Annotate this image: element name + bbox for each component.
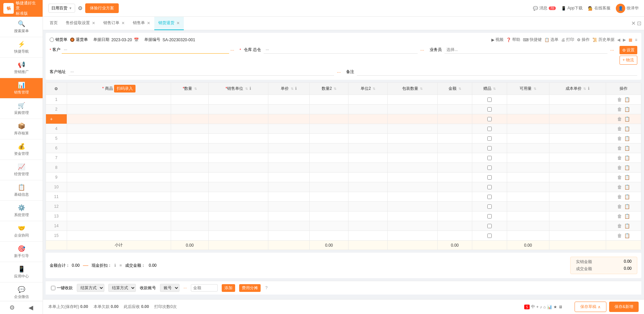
row-gift-cell[interactable] <box>472 134 507 143</box>
row-product-cell[interactable] <box>67 231 171 241</box>
row-product-cell[interactable] <box>67 182 171 192</box>
row-pack-cell[interactable] <box>387 182 437 192</box>
app-download-item[interactable]: 📱 App下载 <box>561 5 583 11</box>
row-qty-cell[interactable] <box>171 95 209 105</box>
row-amount-cell[interactable] <box>437 231 472 241</box>
gift-sort[interactable]: ⇅ <box>493 87 496 90</box>
warehouse-dots[interactable]: ··· <box>420 47 424 53</box>
row-price-cell[interactable] <box>268 95 310 105</box>
row-gift-cell[interactable] <box>472 173 507 182</box>
row-gift-cell[interactable] <box>472 114 507 124</box>
warehouse-input[interactable] <box>264 46 418 54</box>
row-unit-cell[interactable] <box>209 192 268 202</box>
tab-sales-delivery[interactable]: 销售单 ✕ <box>129 17 154 30</box>
row-pack-cell[interactable] <box>387 163 437 173</box>
toolbar-icon-music[interactable]: ♪ <box>540 305 542 309</box>
row-cost-cell[interactable] <box>549 124 606 134</box>
avail-sort[interactable]: ⇅ <box>534 87 536 90</box>
row-cost-cell[interactable] <box>549 153 606 163</box>
row-avail-cell[interactable] <box>507 163 549 173</box>
row-qty2-cell[interactable] <box>310 211 348 221</box>
pack-sort[interactable]: ⇅ <box>420 87 423 90</box>
row-price-cell[interactable] <box>268 182 310 192</box>
list-view-icon[interactable]: ≡ <box>635 38 637 42</box>
row-price-cell[interactable] <box>268 221 310 231</box>
row-unit-cell[interactable] <box>209 95 268 105</box>
row-gift-cell[interactable] <box>472 105 507 114</box>
gift-checkbox[interactable] <box>487 175 492 180</box>
row-amount-cell[interactable] <box>437 95 472 105</box>
gift-checkbox[interactable] <box>487 156 492 160</box>
calc-method-select[interactable]: 结算方式 <box>77 284 104 292</box>
row-cost-cell[interactable] <box>549 134 606 143</box>
row-gift-cell[interactable] <box>472 211 507 221</box>
row-pack-cell[interactable] <box>387 114 437 124</box>
tab-close-sales-delivery[interactable]: ✕ <box>147 21 150 25</box>
delete-row-btn[interactable]: 🗑 <box>616 145 623 151</box>
row-avail-cell[interactable] <box>507 95 549 105</box>
delete-row-btn[interactable]: 🗑 <box>616 203 623 210</box>
row-cost-cell[interactable] <box>549 192 606 202</box>
gift-checkbox[interactable] <box>487 214 492 218</box>
save-draft-btn[interactable]: 保存草稿 ∧ <box>575 302 606 312</box>
row-product-cell[interactable] <box>67 202 171 211</box>
salesperson-dots[interactable]: ··· <box>610 47 614 53</box>
row-qty2-cell[interactable] <box>310 202 348 211</box>
row-product-cell[interactable] <box>67 173 171 182</box>
row-qty2-cell[interactable] <box>310 163 348 173</box>
row-avail-cell[interactable] <box>507 114 549 124</box>
row-qty2-cell[interactable] <box>310 124 348 134</box>
row-product-cell[interactable] <box>67 95 171 105</box>
row-cost-cell[interactable] <box>549 202 606 211</box>
row-qty2-cell[interactable] <box>310 221 348 231</box>
row-cost-cell[interactable] <box>549 95 606 105</box>
row-product-cell[interactable] <box>67 153 171 163</box>
row-pack-cell[interactable] <box>387 221 437 231</box>
row-gift-cell[interactable] <box>472 202 507 211</box>
row-unit2-cell[interactable] <box>348 192 387 202</box>
gift-checkbox[interactable] <box>487 166 492 170</box>
row-unit2-cell[interactable] <box>348 182 387 192</box>
row-qty2-cell[interactable] <box>310 114 348 124</box>
row-amount-cell[interactable] <box>437 105 472 114</box>
delete-row-btn[interactable]: 🗑 <box>616 164 623 171</box>
row-product-cell[interactable] <box>67 221 171 231</box>
online-service-item[interactable]: 💁 在线客服 <box>588 5 610 11</box>
user-item[interactable]: 👤 徐泽华 <box>616 4 639 13</box>
row-unit-cell[interactable] <box>209 114 268 124</box>
row-qty2-cell[interactable] <box>310 173 348 182</box>
row-unit2-cell[interactable] <box>348 114 387 124</box>
row-amount-cell[interactable] <box>437 173 472 182</box>
video-btn[interactable]: ▶ 视频 <box>491 37 503 43</box>
toolbar-icon-star[interactable]: ★ <box>553 305 557 309</box>
row-qty-cell[interactable] <box>171 211 209 221</box>
delete-row-btn[interactable]: 🗑 <box>616 184 623 190</box>
row-pack-cell[interactable] <box>387 192 437 202</box>
row-amount-cell[interactable] <box>437 182 472 192</box>
gift-checkbox[interactable] <box>487 117 492 121</box>
gift-checkbox[interactable] <box>487 146 492 150</box>
row-price-cell[interactable] <box>268 211 310 221</box>
row-qty2-cell[interactable] <box>310 95 348 105</box>
gift-checkbox[interactable] <box>487 234 492 238</box>
delete-row-btn[interactable]: 🗑 <box>616 135 623 142</box>
row-qty-cell[interactable] <box>171 163 209 173</box>
history-btn[interactable]: 📜 历史单据 <box>592 37 614 43</box>
tab-close-sales-order[interactable]: ✕ <box>121 21 125 25</box>
row-qty-cell[interactable] <box>171 153 209 163</box>
price-sort[interactable]: ⇅ <box>291 87 293 90</box>
gift-checkbox[interactable] <box>487 224 492 228</box>
row-unit-cell[interactable] <box>209 211 268 221</box>
copy-row-btn[interactable]: 📋 <box>624 154 631 161</box>
row-avail-cell[interactable] <box>507 134 549 143</box>
delete-row-btn[interactable]: 🗑 <box>616 174 623 181</box>
account-dots[interactable]: ··· <box>183 286 187 290</box>
delete-row-btn[interactable]: 🗑 <box>616 125 623 132</box>
row-unit2-cell[interactable] <box>348 163 387 173</box>
toolbar-icon-plus[interactable]: + <box>536 305 539 309</box>
row-price-cell[interactable] <box>268 134 310 143</box>
next-nav[interactable]: ▶ <box>623 38 626 42</box>
sidebar-item-inventory[interactable]: 📦库存核算 <box>0 119 43 139</box>
sidebar-item-sales[interactable]: 📊销售管理 <box>0 78 43 99</box>
add-row-btn[interactable]: + <box>48 116 55 122</box>
